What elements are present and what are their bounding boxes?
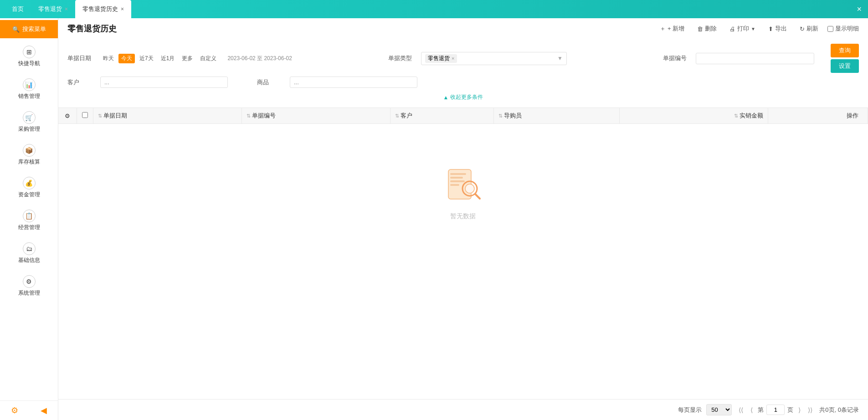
date-today[interactable]: 今天 — [118, 54, 135, 63]
voucher-type-label: 单据类型 — [388, 54, 416, 62]
print-button[interactable]: 🖨 打印 ▼ — [726, 23, 759, 35]
next-page-button[interactable]: ⟩ — [796, 405, 803, 415]
svg-rect-2 — [450, 177, 463, 179]
filter-row-2: 客户 商品 — [67, 77, 859, 88]
refresh-button[interactable]: ↻ 刷新 — [796, 23, 822, 35]
goods-label: 商品 — [257, 78, 284, 87]
query-button[interactable]: 查询 — [831, 44, 859, 57]
tab-retail-return-history-close[interactable]: × — [121, 6, 124, 12]
col-date[interactable]: 单据日期 — [93, 108, 241, 124]
export-button[interactable]: ⬆ 导出 — [765, 23, 791, 35]
col-ops: 操作 — [768, 108, 868, 124]
date-more[interactable]: 更多 — [179, 54, 195, 63]
empty-state-cell: 暂无数据 — [58, 124, 868, 257]
collapse-row: ▲ 收起更多条件 — [67, 92, 859, 103]
svg-line-7 — [475, 194, 480, 199]
print-icon: 🖨 — [729, 26, 735, 32]
goods-input[interactable] — [290, 77, 417, 88]
prev-page-button[interactable]: ⟨ — [748, 405, 755, 415]
sidebar-settings-icon[interactable]: ⚙ — [11, 405, 18, 415]
collapse-button[interactable]: ▲ 收起更多条件 — [438, 92, 489, 103]
main-layout: 🔍 搜索菜单 ⊞ 快捷导航 📊 销售管理 🛒 采购管理 📦 库存核算 💰 资金管… — [0, 18, 868, 420]
finance-icon: 💰 — [23, 177, 36, 190]
date-custom[interactable]: 自定义 — [197, 54, 219, 63]
date-range-display: 2023-06-02 至 2023-06-02 — [227, 55, 292, 62]
system-icon: ⚙ — [23, 275, 36, 288]
col-settings[interactable]: ⚙ — [58, 108, 77, 124]
tab-retail-return-close[interactable]: × — [65, 6, 68, 12]
top-bar: 首页 零售退货 × 零售退货历史 × × — [0, 0, 868, 18]
inventory-icon: 📦 — [23, 144, 36, 157]
filter-area: 单据日期 昨天 今天 近7天 近1月 更多 自定义 2023-06-02 至 2… — [67, 39, 859, 108]
col-customer[interactable]: 客户 — [390, 108, 494, 124]
col-checkbox[interactable] — [77, 108, 93, 124]
empty-state-row: 暂无数据 — [58, 124, 868, 257]
sidebar-item-quick-nav[interactable]: ⊞ 快捷导航 — [3, 41, 55, 72]
date-7days[interactable]: 近7天 — [137, 54, 156, 63]
page-title-row: 零售退货历史 ＋ + 新增 🗑 删除 🖨 打印 ▼ — [67, 23, 859, 35]
col-number[interactable]: 单据编号 — [241, 108, 390, 124]
last-page-button[interactable]: ⟩⟩ — [806, 405, 815, 415]
empty-text: 暂无数据 — [450, 212, 476, 220]
per-page-select[interactable]: 10 20 50 100 — [706, 404, 732, 415]
page-input[interactable] — [766, 405, 785, 415]
page-suffix: 页 — [787, 406, 793, 414]
date-label: 单据日期 — [67, 54, 95, 62]
sidebar-item-basic-info[interactable]: 🗂 基础信息 — [3, 238, 55, 269]
customer-input[interactable] — [100, 77, 228, 88]
customer-label: 客户 — [67, 78, 95, 87]
query-setting-buttons: 查询 设置 — [831, 44, 859, 73]
first-page-button[interactable]: ⟨⟨ — [736, 405, 745, 415]
date-1month[interactable]: 近1月 — [158, 54, 178, 63]
empty-icon — [440, 160, 486, 206]
sales-icon: 📊 — [23, 78, 36, 91]
print-chevron-icon: ▼ — [751, 26, 755, 31]
table-header-row: ⚙ 单据日期 单据编号 客户 导购员 实销金额 操作 — [58, 108, 868, 124]
select-all-checkbox[interactable] — [82, 112, 88, 118]
svg-point-6 — [465, 184, 474, 193]
sidebar-item-finance[interactable]: 💰 资金管理 — [3, 172, 55, 203]
sidebar-item-sales-mgmt[interactable]: 📊 销售管理 — [3, 74, 55, 105]
page-nav: ⟨⟨ ⟨ 第 页 ⟩ ⟩⟩ — [736, 405, 815, 415]
delete-icon: 🗑 — [697, 26, 703, 32]
sidebar-item-inventory[interactable]: 📦 库存核算 — [3, 139, 55, 170]
sidebar-search[interactable]: 🔍 搜索菜单 — [0, 20, 58, 38]
page-title: 零售退货历史 — [67, 23, 117, 34]
quick-nav-icon: ⊞ — [23, 46, 36, 58]
table-head: ⚙ 单据日期 单据编号 客户 导购员 实销金额 操作 — [58, 108, 868, 124]
voucher-type-tag: 零售退货 × — [425, 54, 457, 63]
date-yesterday[interactable]: 昨天 — [100, 54, 117, 63]
collapse-up-icon: ▲ — [443, 94, 449, 101]
sidebar-item-business[interactable]: 📋 经营管理 — [3, 205, 55, 236]
filter-row-1: 单据日期 昨天 今天 近7天 近1月 更多 自定义 2023-06-02 至 2… — [67, 44, 859, 73]
tab-home[interactable]: 首页 — [5, 0, 31, 18]
delete-button[interactable]: 🗑 删除 — [693, 23, 720, 35]
sidebar-bottom: ⚙ ◀ — [0, 400, 58, 420]
business-icon: 📋 — [23, 210, 36, 222]
tab-retail-return-history[interactable]: 零售退货历史 × — [75, 0, 131, 18]
sidebar: 🔍 搜索菜单 ⊞ 快捷导航 📊 销售管理 🛒 采购管理 📦 库存核算 💰 资金管… — [0, 18, 58, 420]
col-amount[interactable]: 实销金额 — [620, 108, 768, 124]
setting-button[interactable]: 设置 — [831, 59, 859, 73]
search-icon: 🔍 — [12, 26, 20, 33]
svg-rect-4 — [450, 184, 459, 186]
voucher-type-tag-close[interactable]: × — [452, 56, 454, 61]
display-detail-input[interactable] — [827, 26, 833, 32]
toolbar: ＋ + 新增 🗑 删除 🖨 打印 ▼ ⬆ 导出 — [656, 23, 859, 35]
tab-retail-return[interactable]: 零售退货 × — [31, 0, 75, 18]
sidebar-collapse-icon[interactable]: ◀ — [41, 405, 47, 415]
sidebar-item-system-mgmt[interactable]: ⚙ 系统管理 — [3, 271, 55, 302]
sidebar-item-purchase-mgmt[interactable]: 🛒 采购管理 — [3, 107, 55, 138]
voucher-number-input[interactable] — [696, 53, 814, 64]
per-page-label: 每页显示 — [678, 406, 702, 414]
voucher-type-select[interactable]: 零售退货 × ▼ — [421, 52, 567, 65]
window-close-button[interactable]: × — [857, 5, 862, 14]
display-detail-checkbox[interactable]: 显示明细 — [827, 25, 859, 33]
pagination-bar: 每页显示 10 20 50 100 ⟨⟨ ⟨ 第 页 ⟩ ⟩⟩ 共0页, 0条记… — [58, 399, 868, 420]
page-header: 零售退货历史 ＋ + 新增 🗑 删除 🖨 打印 ▼ — [58, 18, 868, 108]
data-table: ⚙ 单据日期 单据编号 客户 导购员 实销金额 操作 — [58, 108, 868, 257]
col-guide[interactable]: 导购员 — [493, 108, 619, 124]
voucher-type-dropdown-icon: ▼ — [557, 55, 563, 61]
export-icon: ⬆ — [768, 26, 773, 32]
new-button[interactable]: ＋ + 新增 — [656, 23, 688, 35]
